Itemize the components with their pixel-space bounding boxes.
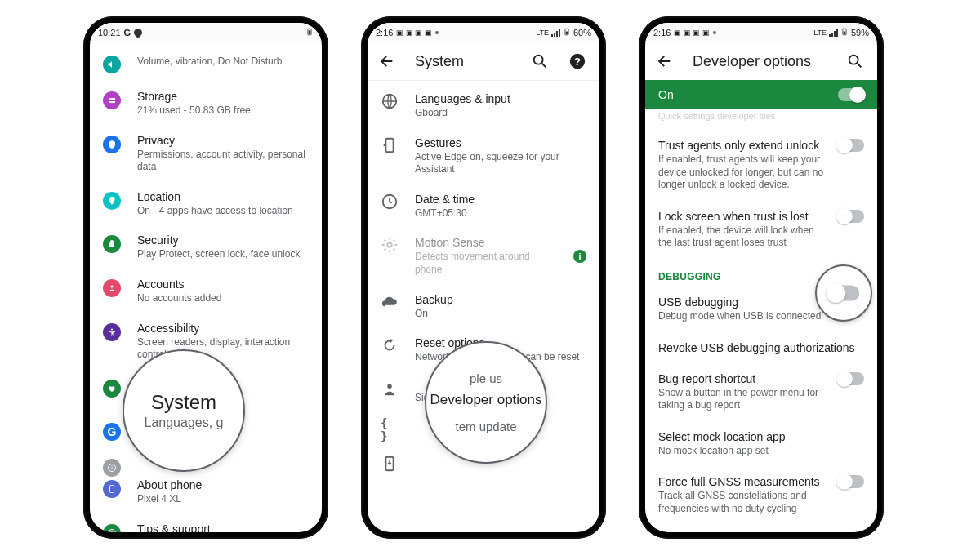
status-g-icon: G [124, 28, 131, 38]
network-label: LTE [813, 29, 827, 37]
dev-title: Force full GNSS measurements [658, 475, 828, 488]
search-icon[interactable] [846, 52, 864, 70]
settings-row-sound-partial[interactable]: Volume, vibration, Do Not Disturb [90, 46, 322, 82]
svg-rect-19 [385, 138, 393, 152]
dev-row-trust-extend[interactable]: Trust agents only extend unlock If enabl… [645, 131, 877, 202]
system-row-users[interactable]: Signed in as Owner [368, 372, 599, 413]
clock-icon [381, 193, 399, 211]
settings-row-storage[interactable]: Storage 21% used - 50.83 GB free [90, 82, 322, 126]
dev-row-gnss[interactable]: Force full GNSS measurements Track all G… [645, 467, 877, 525]
master-switch-toggle[interactable] [838, 88, 864, 101]
system-row-languages[interactable]: Languages & input Gboard [368, 84, 599, 128]
dev-row-mocklocation[interactable]: Select mock location app No mock locatio… [645, 422, 877, 468]
appbar: Developer options [645, 42, 877, 80]
settings-row-security[interactable]: Security Play Protect, screen lock, face… [90, 225, 322, 269]
settings-row-accessibility[interactable]: Accessibility Screen readers, display, i… [90, 313, 322, 370]
svg-rect-8 [112, 465, 113, 466]
row-title: Accessibility [137, 322, 309, 335]
svg-text:?: ? [574, 56, 581, 68]
settings-row-system[interactable]: G La ackup [90, 413, 322, 449]
status-bar: 2:16 ▣ ▣ ▣ ▣ LTE 59% [645, 23, 877, 42]
row-title: Digital Wellbeing [137, 378, 309, 391]
accounts-icon [103, 279, 121, 297]
status-time: 10:21 [98, 28, 121, 38]
svg-rect-26 [844, 32, 846, 34]
row-title: Gestures [415, 136, 586, 149]
switch-toggle[interactable] [838, 210, 864, 223]
battery-icon [305, 26, 314, 39]
row-subtitle: Volume, vibration, Do Not Disturb [137, 56, 309, 69]
status-time: 2:16 [653, 28, 671, 38]
dev-title: Quick settings developer tiles [658, 111, 864, 121]
row-title: Security [137, 233, 309, 247]
dev-row-revoke[interactable]: Revoke USB debugging authorizations [645, 333, 877, 364]
system-row-devoptions[interactable]: { } [368, 412, 599, 447]
row-subtitle: Scr Wind Down [137, 393, 309, 406]
back-icon[interactable] [655, 52, 673, 70]
dev-title: USB debugging [658, 296, 864, 309]
settings-row-accounts[interactable]: Accounts No accounts added [90, 269, 322, 313]
accessibility-icon [103, 323, 121, 341]
dev-sub: If enabled, the device will lock when th… [658, 224, 828, 250]
phone-3: 2:16 ▣ ▣ ▣ ▣ LTE 59% Developer options [639, 16, 884, 539]
system-row-backup[interactable]: Backup On [368, 285, 599, 329]
settings-row-tips[interactable]: ? Tips & support Help articles, phone & … [90, 514, 322, 532]
dev-row-viewattr[interactable]: Enable view attribute inspection [645, 526, 877, 532]
update-icon [381, 455, 399, 473]
row-title: Motion Sense [415, 236, 557, 249]
more-dot-icon [435, 31, 439, 34]
switch-toggle[interactable] [838, 139, 864, 152]
search-icon[interactable] [531, 52, 549, 70]
cloud-icon [381, 293, 399, 311]
location-icon [103, 192, 121, 210]
svg-text:?: ? [110, 531, 114, 532]
battery-icon [563, 26, 571, 39]
dev-title: Select mock location app [658, 430, 864, 443]
status-bar: 2:16 ▣ ▣ ▣ ▣ LTE 60% [368, 23, 599, 42]
wellbeing-icon [103, 380, 121, 398]
svg-point-5 [111, 328, 113, 330]
settings-row-gap [90, 449, 322, 470]
svg-line-15 [542, 64, 546, 68]
dev-title: Lock screen when trust is lost [658, 210, 828, 223]
svg-rect-3 [109, 101, 115, 103]
system-row-datetime[interactable]: Date & time GMT+05:30 [368, 184, 599, 229]
system-row-gestures[interactable]: Gestures Active Edge on, squeeze for you… [368, 128, 599, 184]
svg-point-22 [387, 243, 392, 248]
master-switch-row[interactable]: On [645, 80, 877, 109]
sound-icon [103, 56, 121, 73]
dev-row-lock-trust[interactable]: Lock screen when trust is lost If enable… [645, 202, 877, 260]
system-row-update[interactable] [368, 447, 599, 481]
dev-sub: Track all GNSS constellations and freque… [658, 490, 828, 515]
info-badge-icon[interactable]: i [573, 250, 586, 263]
row-subtitle: No accounts added [137, 292, 309, 305]
switch-toggle[interactable] [838, 372, 864, 385]
dev-row-usb-debugging[interactable]: USB debugging Debug mode when USB is con… [645, 287, 877, 333]
dev-sub: Debug mode when USB is connected [658, 310, 864, 323]
back-icon[interactable] [377, 52, 395, 70]
settings-row-wellbeing[interactable]: Digital Wellbeing Scr Wind Down [90, 370, 322, 414]
app-icon: ▣ ▣ ▣ ▣ [674, 29, 710, 37]
svg-rect-7 [112, 467, 113, 469]
signal-icon [551, 29, 560, 37]
dev-row-bugreport[interactable]: Bug report shortcut Show a button in the… [645, 364, 877, 422]
svg-rect-13 [566, 32, 568, 34]
row-title: Privacy [137, 134, 309, 147]
switch-toggle[interactable] [838, 475, 864, 488]
phone-icon [103, 480, 121, 498]
partial-row[interactable]: Quick settings developer tiles [645, 109, 877, 131]
system-row-reset[interactable]: Reset options Network, apps, or device c… [368, 328, 599, 372]
settings-row-privacy[interactable]: Privacy Permissions, account activity, p… [90, 126, 322, 182]
gear-icon [381, 236, 399, 254]
settings-row-about[interactable]: About phone Pixel 4 XL [90, 470, 322, 514]
system-row-motionsense[interactable]: Motion Sense Detects movement around pho… [368, 228, 599, 284]
help-icon[interactable]: ? [568, 52, 586, 70]
row-title: Date & time [415, 193, 586, 206]
settings-row-location[interactable]: Location On - 4 apps have access to loca… [90, 182, 322, 226]
section-header-debugging: DEBUGGING [645, 260, 877, 287]
person-icon [381, 380, 399, 398]
gesture-icon [381, 136, 399, 154]
appbar: System ? [368, 42, 599, 81]
phone-1: 10:21 G Volume, vibration, Do Not Dist [83, 16, 328, 539]
row-title: Storage [137, 90, 309, 103]
